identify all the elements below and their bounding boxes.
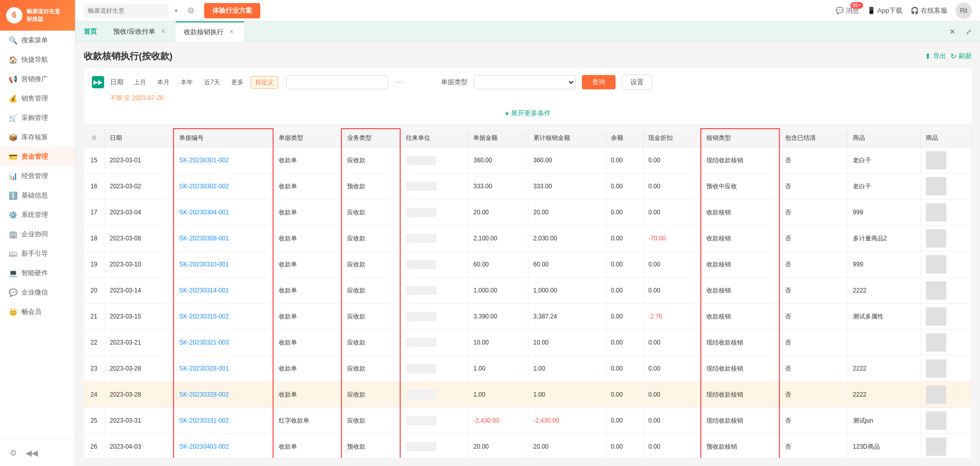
sidebar-item-sales[interactable]: 💰销售管理 <box>0 89 75 108</box>
app-download-link[interactable]: 📱 App下载 <box>867 6 902 15</box>
page-title: 收款核销执行(按收款) <box>84 50 173 62</box>
tab-close-collection[interactable]: ✕ <box>228 28 236 36</box>
order-no-link[interactable]: SK-20230331-002 <box>179 417 229 424</box>
sidebar-item-inventory[interactable]: 📦库存核算 <box>0 128 75 147</box>
topbar-nav-input[interactable] <box>88 7 164 14</box>
hardware-icon: 💻 <box>8 268 17 278</box>
cell-partner <box>400 408 468 434</box>
cell-product2 <box>921 408 972 434</box>
cell-balance: 0.00 <box>605 382 643 408</box>
cell-cancel-type: 现结收款核销 <box>701 356 779 382</box>
tab-close-all-button[interactable]: ✕ <box>945 24 960 39</box>
customer-service-link[interactable]: 🎧 在线客服 <box>911 6 947 15</box>
query-button[interactable]: 查询 <box>582 75 616 89</box>
cell-product: 2222 <box>847 356 920 382</box>
sidebar-item-finance[interactable]: 💳资金管理 <box>0 147 75 166</box>
sidebar-label-finance: 资金管理 <box>21 152 48 161</box>
order-no-link[interactable]: SK-20230310-001 <box>179 261 229 268</box>
cell-cash-discount: 0.00 <box>643 252 701 278</box>
message-badge[interactable]: 💬 消息 99+ <box>836 6 859 15</box>
cell-include-settled: 否 <box>779 278 847 304</box>
topbar-dropdown-icon[interactable]: ▾ <box>175 7 178 14</box>
sidebar-item-operations[interactable]: 📊经营管理 <box>0 166 75 186</box>
table-row: 23 2023-03-28 SK-20230328-001 收款单 应收款 1.… <box>84 356 972 382</box>
tab-close-receivable[interactable]: ✕ <box>159 28 167 36</box>
last-7days-btn[interactable]: 近7天 <box>200 77 224 88</box>
custom-date-btn[interactable]: 自定义 <box>251 76 278 89</box>
partner-value <box>406 364 436 373</box>
tab-collection[interactable]: 收款核销执行✕ <box>176 21 244 42</box>
tab-maximize-button[interactable]: ⤢ <box>962 24 976 39</box>
more-dates-btn[interactable]: 更多 <box>227 77 248 88</box>
sidebar-gear-button[interactable]: ⚙ <box>6 446 20 460</box>
sidebar-item-marketing[interactable]: 📢营销推广 <box>0 69 75 89</box>
this-year-btn[interactable]: 本年 <box>177 77 197 88</box>
order-no-link[interactable]: SK-20230304-001 <box>179 209 229 216</box>
sidebar-item-basic-info[interactable]: ℹ️基础信息 <box>0 186 75 205</box>
order-no-link[interactable]: SK-20230301-002 <box>179 157 229 164</box>
order-no-link[interactable]: SK-20230314-001 <box>179 287 229 294</box>
sidebar-label-quick-nav: 快捷导航 <box>21 55 48 64</box>
cell-order-type: 收款单 <box>273 174 341 200</box>
this-month-btn[interactable]: 本月 <box>153 77 174 88</box>
cell-include-settled: 否 <box>779 304 847 330</box>
cell-amount: -2,430.00 <box>468 408 528 434</box>
cell-amount: 20.00 <box>468 200 528 226</box>
cell-product: 123D商品 <box>847 434 920 458</box>
sidebar-collapse-button[interactable]: ◀◀ <box>24 446 39 460</box>
tab-receivable[interactable]: 预收/应收付单✕ <box>105 21 176 42</box>
th-settings[interactable]: ⚙ <box>84 129 105 148</box>
user-avatar[interactable]: Rit <box>955 3 972 19</box>
order-no-link[interactable]: SK-20230328-001 <box>179 365 229 372</box>
sidebar-item-guide[interactable]: 📖新手引导 <box>0 244 75 263</box>
sidebar-menu: 🔍搜索菜单🏠快捷导航📢营销推广💰销售管理🛒采购管理📦库存核算💳资金管理📊经营管理… <box>0 31 75 439</box>
cell-biz-type: 应收款 <box>341 304 400 330</box>
cell-order-no: SK-20230310-001 <box>174 252 273 278</box>
partner-filter-input[interactable] <box>286 75 388 89</box>
export-icon: ⬆ <box>925 52 931 60</box>
order-type-select[interactable] <box>474 75 576 89</box>
order-no-link[interactable]: SK-20230315-002 <box>179 313 229 320</box>
industry-plan-button[interactable]: 体验行业方案 <box>204 3 260 18</box>
cell-cancel-type: 收款核销 <box>701 200 779 226</box>
expand-conditions-button[interactable]: ▾ 展开更多条件 <box>505 109 551 118</box>
cell-include-settled: 否 <box>779 252 847 278</box>
export-button[interactable]: ⬆ 导出 <box>925 52 946 61</box>
order-no-link[interactable]: SK-20230302-002 <box>179 183 229 190</box>
enterprise-icon: 🏢 <box>8 230 17 239</box>
tab-home[interactable]: 首页 <box>76 21 105 42</box>
cell-cash-discount: 0.00 <box>643 356 701 382</box>
cell-order-no: SK-20230308-001 <box>174 226 273 252</box>
filter-toggle-button[interactable]: ▶▶ <box>92 76 104 88</box>
order-no-link[interactable]: SK-20230328-002 <box>179 391 229 398</box>
table-row: 16 2023-03-02 SK-20230302-002 收款单 预收款 33… <box>84 174 972 200</box>
refresh-button[interactable]: ↻ 刷新 <box>950 52 972 61</box>
last-month-btn[interactable]: 上月 <box>130 77 150 88</box>
sidebar-item-purchase[interactable]: 🛒采购管理 <box>0 108 75 128</box>
cell-balance: 0.00 <box>605 252 643 278</box>
sidebar-item-wechat[interactable]: 💬企业微信 <box>0 283 75 302</box>
sidebar-logo: 6 畅康道好生意 标推版 <box>0 0 75 31</box>
sidebar-item-hardware[interactable]: 💻智能硬件 <box>0 263 75 283</box>
cell-biz-type: 应收款 <box>341 408 400 434</box>
cell-order-type: 收款单 <box>273 330 341 356</box>
partner-filter-dots[interactable]: ··· <box>395 78 404 87</box>
cell-biz-type: 应收款 <box>341 278 400 304</box>
sidebar-label-wechat: 企业微信 <box>21 288 48 297</box>
topbar-gear-button[interactable]: ⚙ <box>184 4 198 18</box>
filter-settings-button[interactable]: 设置 <box>622 75 652 90</box>
sidebar-item-enterprise[interactable]: 🏢企业协同 <box>0 225 75 244</box>
cell-product2 <box>921 252 972 278</box>
sidebar-item-search[interactable]: 🔍搜索菜单 <box>0 31 75 50</box>
sidebar-item-system[interactable]: ⚙️系统管理 <box>0 205 75 225</box>
order-no-link[interactable]: SK-20230308-001 <box>179 235 229 242</box>
cell-order-type: 收款单 <box>273 304 341 330</box>
cell-no: 17 <box>84 200 105 226</box>
cell-biz-type: 应收款 <box>341 330 400 356</box>
column-settings-icon[interactable]: ⚙ <box>89 133 99 143</box>
order-no-link[interactable]: SK-20230403-002 <box>179 443 229 450</box>
sidebar-item-member[interactable]: 👑畅会员 <box>0 302 75 322</box>
order-no-link[interactable]: SK-20230321-003 <box>179 339 229 346</box>
sidebar-item-quick-nav[interactable]: 🏠快捷导航 <box>0 50 75 69</box>
cell-partner <box>400 278 468 304</box>
